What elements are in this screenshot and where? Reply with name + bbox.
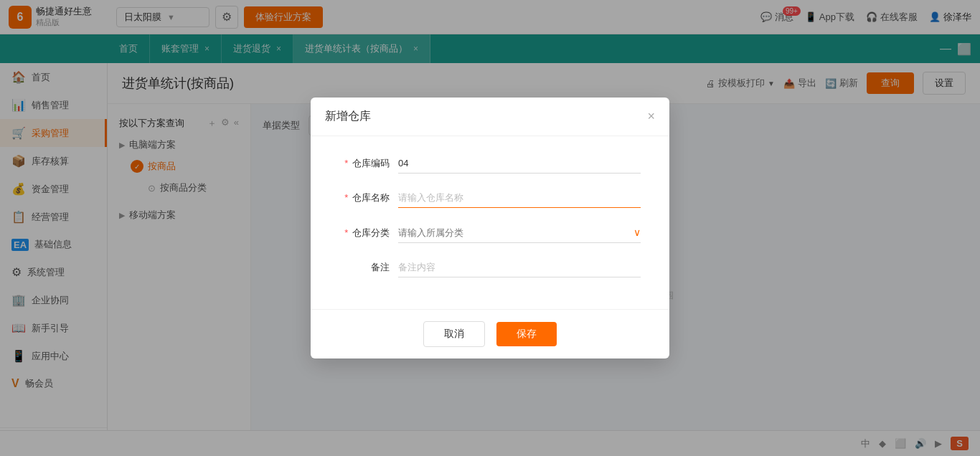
warehouse-code-input[interactable] (398, 153, 641, 174)
warehouse-note-label: 备注 (339, 261, 390, 274)
warehouse-code-label: * 仓库编码 (339, 157, 390, 170)
modal-title: 新增仓库 (325, 109, 371, 124)
modal-overlay: 新增仓库 × * 仓库编码 * 仓库名称 (0, 0, 980, 456)
warehouse-name-input[interactable] (398, 188, 641, 208)
chevron-down-icon: ∨ (633, 227, 641, 238)
warehouse-category-input[interactable] (398, 227, 633, 238)
warehouse-code-row: * 仓库编码 (339, 153, 641, 174)
modal-close-button[interactable]: × (647, 109, 655, 124)
warehouse-category-row: * 仓库分类 ∨ (339, 222, 641, 243)
warehouse-name-label: * 仓库名称 (339, 191, 390, 204)
warehouse-note-input[interactable] (398, 257, 641, 277)
modal-header: 新增仓库 × (311, 98, 669, 136)
save-button[interactable]: 保存 (496, 322, 557, 346)
warehouse-category-label: * 仓库分类 (339, 227, 390, 239)
modal-body: * 仓库编码 * 仓库名称 * 仓库分类 (311, 136, 669, 309)
warehouse-category-select[interactable]: ∨ (398, 222, 641, 243)
modal-footer: 取消 保存 (311, 309, 669, 358)
cancel-button[interactable]: 取消 (423, 321, 485, 347)
warehouse-name-row: * 仓库名称 (339, 188, 641, 208)
add-warehouse-modal: 新增仓库 × * 仓库编码 * 仓库名称 (311, 98, 669, 358)
warehouse-note-row: 备注 (339, 257, 641, 277)
